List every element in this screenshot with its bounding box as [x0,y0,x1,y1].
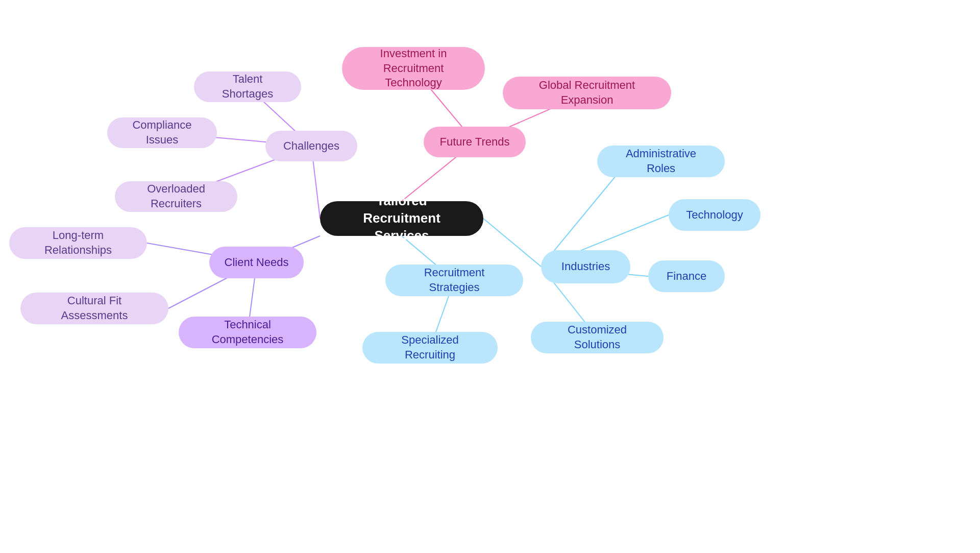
long-term-relationships-node: Long-term Relationships [9,227,147,259]
global-expansion-node: Global Recruitment Expansion [503,77,671,109]
investment-recruitment-node: Investment in Recruitment Technology [342,47,485,90]
recruitment-strategies-node: Recruitment Strategies [385,265,523,296]
technical-competencies-node: Technical Competencies [179,317,316,348]
talent-shortages-node: Talent Shortages [194,71,301,102]
industries-node: Industries [541,250,630,283]
finance-node: Finance [648,260,725,292]
technology-node: Technology [669,199,761,231]
client-needs-node: Client Needs [209,247,304,278]
center-node: Tailored Recruitment Services [320,201,483,236]
compliance-issues-node: Compliance Issues [107,117,217,148]
admin-roles-node: Administrative Roles [597,146,725,177]
overloaded-recruiters-node: Overloaded Recruiters [115,181,237,212]
future-trends-node: Future Trends [424,127,526,157]
specialized-recruiting-node: Specialized Recruiting [362,332,498,364]
customized-solutions-node: Customized Solutions [531,322,664,353]
challenges-node: Challenges [265,131,357,161]
svg-line-7 [483,219,541,267]
cultural-fit-node: Cultural Fit Assessments [20,293,168,324]
